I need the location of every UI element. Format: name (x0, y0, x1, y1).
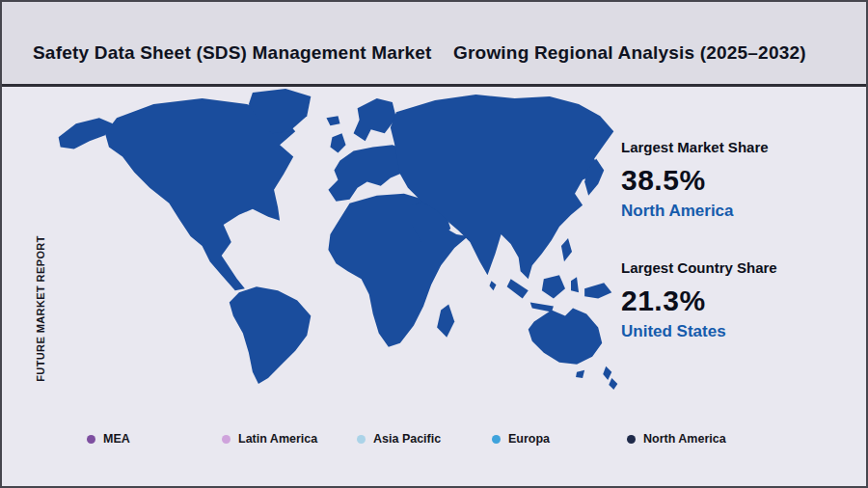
sulawesi-landmass (571, 277, 579, 292)
sumatra-landmass (507, 279, 529, 298)
legend-dot-asia-pacific (357, 435, 366, 444)
borneo-landmass (542, 275, 565, 298)
iceland-landmass (326, 116, 339, 125)
largest-market-share-label: Largest Market Share (621, 139, 858, 155)
legend-item-mea: MEA (87, 432, 222, 446)
java-landmass (530, 302, 554, 312)
legend-label-latin-america: Latin America (238, 432, 317, 446)
legend-dot-europa (492, 435, 501, 444)
new-zealand-north-landmass (603, 366, 611, 380)
page-title-right: Growing Regional Analysis (2025–2032) (453, 42, 806, 64)
page-title-left: Safety Data Sheet (SDS) Management Marke… (33, 42, 432, 64)
largest-market-share-value: 38.5% (621, 164, 858, 197)
madagascar-landmass (437, 304, 454, 337)
tasmania-landmass (576, 370, 584, 378)
new-zealand-south-landmass (609, 378, 617, 390)
largest-market-share-region: North America (621, 202, 858, 221)
legend-item-asia-pacific: Asia Pacific (357, 432, 492, 446)
largest-country-share-value: 21.3% (621, 285, 858, 317)
united-kingdom-landmass (330, 133, 345, 152)
new-guinea-landmass (584, 283, 611, 298)
legend-item-europa: Europa (492, 432, 627, 446)
legend-label-mea: MEA (103, 432, 130, 446)
alaska-landmass (59, 118, 113, 149)
legend: MEA Latin America Asia Pacific Europa No… (87, 432, 762, 446)
brand-watermark: FUTURE MARKET REPORT (35, 227, 50, 391)
legend-item-latin-america: Latin America (222, 432, 357, 446)
legend-item-north-america: North America (627, 432, 762, 446)
stats-panel: Largest Market Share 38.5% North America… (621, 139, 858, 341)
legend-label-europa: Europa (508, 432, 550, 446)
sri-lanka-landmass (489, 281, 496, 290)
legend-dot-mea (87, 435, 95, 444)
world-map (56, 89, 625, 392)
largest-country-share-region: United States (621, 322, 858, 341)
legend-dot-latin-america (222, 435, 231, 444)
philippines-landmass (561, 238, 572, 261)
largest-country-share-label: Largest Country Share (621, 259, 858, 276)
australia-landmass (529, 308, 602, 364)
south-america-landmass (230, 286, 312, 384)
scandinavia-landmass (354, 98, 396, 141)
header: Safety Data Sheet (SDS) Management Marke… (2, 2, 866, 87)
legend-label-north-america: North America (643, 432, 726, 446)
legend-label-asia-pacific: Asia Pacific (373, 432, 441, 446)
infographic: Safety Data Sheet (SDS) Management Marke… (0, 0, 868, 488)
legend-dot-north-america (627, 435, 636, 444)
